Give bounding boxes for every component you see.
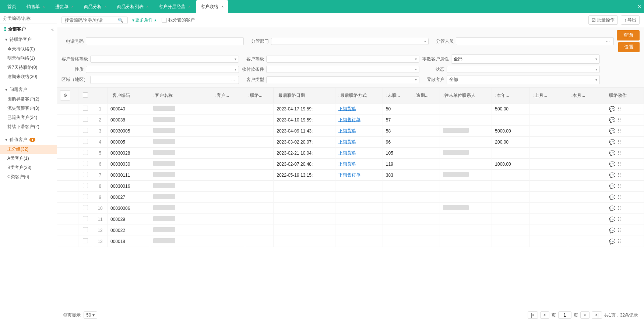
sidebar-item-churn-warning[interactable]: 流失预警客户(3) [0,104,57,113]
filter-search-input[interactable] [65,18,116,23]
adv-select-payment[interactable]: ▾ [266,66,419,73]
row-checkbox[interactable] [83,227,88,232]
row-checkbox[interactable] [83,216,88,221]
more-action-icon[interactable]: ⠿ [617,183,621,189]
more-action-icon[interactable]: ⠿ [617,128,621,134]
contact-action-icon[interactable]: 💬 [609,161,615,167]
col-unit-contact[interactable]: :往来单位联系人 [440,88,492,103]
col-last-contact-date[interactable]: :最后联络日期 [274,88,335,103]
dots-icon-region[interactable]: ··· [230,77,236,82]
select-all-checkbox[interactable] [83,92,88,98]
more-action-icon[interactable]: ⠿ [617,205,621,211]
adv-select-customer-type[interactable]: ▾ [266,76,419,83]
reset-button[interactable]: 设置 [618,42,640,52]
more-action-icon[interactable]: ⠿ [617,139,621,145]
adv-select-sparse-attr[interactable]: 全部 ▾ [451,54,600,64]
tab-customer-segment-close[interactable]: × [188,5,190,9]
dots-icon-manager[interactable]: ··· [605,39,611,44]
adv-select-status[interactable]: ▾ [447,66,600,73]
first-page-button[interactable]: |< [528,311,538,319]
tab-customer-segment[interactable]: 客户分层经营 × [154,0,195,13]
tab-product-analysis[interactable]: 商品分析 × [80,0,111,13]
row-checkbox[interactable] [83,183,88,188]
batch-operation-button[interactable]: ☑ 批量操作 [588,15,618,25]
more-action-icon[interactable]: ⠿ [617,239,621,244]
more-action-icon[interactable]: ⠿ [617,117,621,123]
adv-select-manager[interactable]: ··· [456,37,614,45]
adv-select-dept[interactable]: ▾ [271,38,429,45]
sidebar-item-overdue-contact[interactable]: 逾期未联络(30) [0,72,57,81]
sidebar-collapse-icon[interactable]: « [51,27,54,32]
table-cell[interactable]: 下销货单 [335,103,383,114]
filter-more-conditions[interactable]: ▾ 更多条件 ▲ [132,17,157,23]
tab-sales[interactable]: 销售单 × [22,0,49,13]
next-page-button[interactable]: > [580,311,590,319]
more-action-icon[interactable]: ⠿ [617,194,621,200]
contact-action-icon[interactable]: 💬 [609,183,615,189]
contact-action-icon[interactable]: 💬 [609,106,615,112]
export-button[interactable]: ↑ 导出 [621,15,640,25]
col-last-month[interactable]: :上月... [530,88,568,103]
row-checkbox[interactable] [83,139,88,144]
query-button[interactable]: 查询 [617,30,640,40]
contact-action-icon[interactable]: 💬 [609,239,615,244]
contact-action-icon[interactable]: 💬 [609,128,615,134]
col-this-month[interactable]: :本月... [568,88,606,103]
per-page-select[interactable]: 50 ▾ [84,311,97,319]
col-overdue[interactable]: :逾期... [411,88,440,103]
tab-home[interactable]: 首页 [3,0,21,13]
gear-button[interactable]: ⚙ [60,90,70,100]
tab-product-analysis-close[interactable]: × [105,5,107,9]
table-cell[interactable]: 下销货单 [335,126,383,137]
row-checkbox[interactable] [83,117,88,122]
row-checkbox[interactable] [83,172,88,177]
prev-page-button[interactable]: < [540,311,549,319]
adv-select-sparse-customer[interactable]: 全部 ▾ [447,75,600,84]
col-this-year[interactable]: :本年... [492,88,530,103]
tab-sales-close[interactable]: × [43,5,45,9]
sidebar-item-today-contact[interactable]: 今天待联络(0) [0,45,57,54]
tab-customer-contact[interactable]: 客户联络 × [196,0,228,13]
adv-select-customer-level[interactable]: ▾ [266,56,419,63]
contact-action-icon[interactable]: 💬 [609,205,615,211]
sidebar-item-declining[interactable]: 持续下滑客户(2) [0,122,57,131]
window-close-button[interactable]: × [638,3,641,10]
row-checkbox[interactable] [83,161,88,166]
filter-search-icon[interactable]: 🔍 [118,18,123,23]
sidebar-search-input[interactable] [3,16,57,21]
all-customers-header[interactable]: ⠿ 全部客户 « [0,24,57,35]
row-checkbox[interactable] [83,150,88,155]
tab-product-analysis-list-close[interactable]: × [147,5,149,9]
row-checkbox[interactable] [83,238,88,243]
tab-purchase-close[interactable]: × [71,5,74,9]
row-checkbox[interactable] [83,128,88,133]
col-category[interactable]: :客户... [212,88,245,103]
tab-purchase[interactable]: 进货单 × [51,0,78,13]
contact-action-icon[interactable]: 💬 [609,139,615,145]
table-cell[interactable]: 下销货单 [335,159,383,170]
adv-select-price-level[interactable]: ▾ [90,56,239,63]
row-checkbox[interactable] [83,205,88,210]
sidebar-group-value[interactable]: ▼ 价值客户 ● [0,135,57,145]
page-number-input[interactable] [558,311,571,319]
col-code[interactable]: :客户编码 [107,88,150,103]
more-action-icon[interactable]: ⠿ [617,216,621,222]
adv-input-phone[interactable] [86,37,244,45]
row-checkbox[interactable] [83,194,88,199]
sidebar-group-wait[interactable]: ▼ 待联络客户 [0,35,57,45]
sidebar-item-tomorrow-contact[interactable]: 明天待联络(1) [0,54,57,63]
table-cell[interactable]: 下销售订单 [335,170,383,181]
last-page-button[interactable]: >| [592,311,602,319]
col-name[interactable]: :客户名称 [150,88,212,103]
more-action-icon[interactable]: ⠿ [617,172,621,178]
sidebar-item-7days-contact[interactable]: 近7天待联络(0) [0,63,57,72]
col-contact[interactable]: :联络... [245,88,273,103]
more-action-icon[interactable]: ⠿ [617,106,621,112]
table-cell[interactable]: 下销货单 [335,137,383,148]
sidebar-item-class-a[interactable]: A类客户(1) [0,154,57,163]
col-not-contacted[interactable]: :未联... [383,88,411,103]
sidebar-item-churned[interactable]: 已流失客户(24) [0,113,57,122]
contact-action-icon[interactable]: 💬 [609,150,615,156]
adv-select-region[interactable]: ··· [90,76,239,84]
tab-customer-contact-close[interactable]: × [221,5,224,9]
